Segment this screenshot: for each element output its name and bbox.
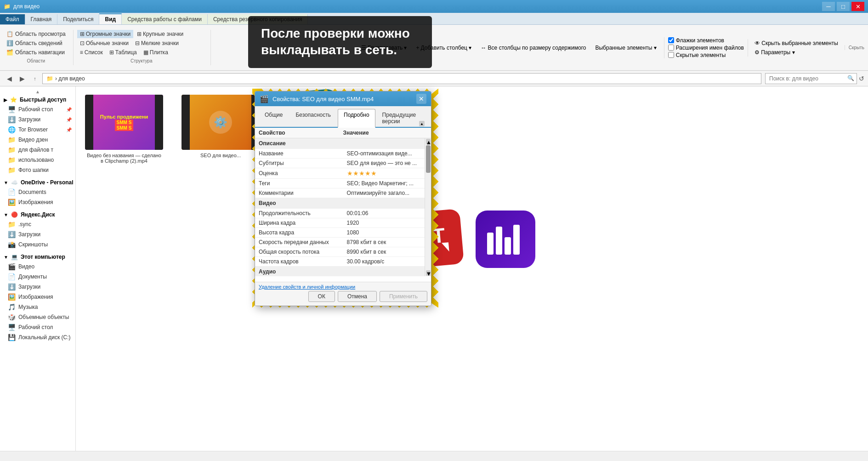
btn-params[interactable]: ⚙ Параметры ▾: [752, 48, 841, 57]
dialog-close-btn[interactable]: ✕: [416, 94, 426, 104]
file-thumbnail-0: Пульс продвижени SMM S SMM S: [85, 95, 163, 150]
sidebar-yandex-header[interactable]: ▼ 🔴 Яндекс.Диск: [0, 210, 75, 219]
sidebar-item-images[interactable]: 🖼️ Изображения: [0, 197, 75, 207]
btn-fit-columns[interactable]: ↔ Все столбцы по размеру содержимого: [477, 43, 590, 53]
scroll-down-btn-dialog[interactable]: ▼: [426, 270, 431, 276]
sidebar-item-for-files[interactable]: 📁 для файлов т: [0, 145, 75, 155]
cancel-btn[interactable]: Отмена: [338, 291, 377, 302]
btn-list[interactable]: ≡Список: [77, 48, 106, 57]
status-bar: [0, 451, 868, 461]
sync-icon: 📁: [7, 221, 16, 228]
btn-hide-selected[interactable]: 👁 Скрыть выбранные элементы: [752, 39, 841, 47]
sidebar-item-screenshots[interactable]: 📸 Скриншоты: [0, 239, 75, 250]
sidebar-item-tor-browser[interactable]: 🌐 Tor Browser 📌: [0, 125, 75, 135]
btn-preview-area[interactable]: 📋Область просмотра: [4, 30, 68, 38]
folder-icon-4: 📁: [7, 166, 16, 174]
sidebar-item-downloads[interactable]: ⬇️ Загрузки 📌: [0, 114, 75, 125]
col-property: Свойство: [259, 130, 343, 136]
sidebar-item-desktop2[interactable]: 🖥️ Рабочий стол: [0, 322, 75, 332]
btn-nav-area[interactable]: 🗂️Область навигации: [4, 48, 68, 57]
file-item-1[interactable]: ⚙️ SEO для видео...: [177, 91, 264, 273]
sidebar-thispc-header[interactable]: ▼ 💻 Этот компьютер: [0, 252, 75, 262]
pin-icon-0: 📌: [66, 107, 72, 112]
sidebar-item-documents[interactable]: 📄 Documents: [0, 187, 75, 197]
pin-icon-1: 📌: [66, 117, 72, 122]
row-subtitles: Субтитры SEO для видео — это не ...: [255, 159, 431, 168]
desktop2-icon: 🖥️: [7, 324, 16, 331]
sidebar-quick-access-header[interactable]: ▶ ⭐ Быстрый доступ: [0, 95, 75, 104]
scroll-thumb[interactable]: [426, 145, 431, 173]
dialog-footer: Удаление свойств и личной информации ОК …: [255, 282, 431, 306]
tab-share[interactable]: Поделиться: [57, 14, 99, 24]
cb-hidden[interactable]: Скрытые элементы: [668, 52, 744, 58]
nav-forward-btn[interactable]: ▶: [17, 73, 28, 84]
img2-icon: 🖼️: [7, 293, 16, 301]
sidebar-onedrive-header[interactable]: ▼ ☁️ OneDrive - Personal: [0, 178, 75, 187]
sidebar-item-dl2[interactable]: ⬇️ Загрузки: [0, 282, 75, 292]
sidebar-item-3d[interactable]: 🎲 Объемные объекты: [0, 312, 75, 322]
video-icon-1: ⚙️: [182, 95, 260, 150]
ribbon-group-areas-label: Области: [4, 58, 68, 63]
sidebar-item-docs2[interactable]: 📄 Документы: [0, 272, 75, 282]
apply-btn[interactable]: Применить: [380, 291, 427, 302]
sidebar-item-music[interactable]: 🎵 Музыка: [0, 302, 75, 312]
tab-view[interactable]: Вид: [99, 13, 122, 24]
file-name-0: Видео без названия — сделано в Clipchamp…: [85, 153, 163, 164]
btn-details-area[interactable]: ℹ️Область сведений: [4, 39, 68, 47]
sidebar-item-desktop[interactable]: 🖥️ Рабочий стол 📌: [0, 104, 75, 114]
cb-flags[interactable]: Флажки элементов: [668, 37, 744, 44]
close-btn[interactable]: ✕: [851, 2, 864, 11]
tab-manage[interactable]: Средства работы с файлами: [122, 14, 208, 24]
docs-icon: 📄: [7, 188, 16, 196]
btn-current-view[interactable]: Выбранные элементы ▾: [591, 43, 660, 53]
remove-properties-link[interactable]: Удаление свойств и личной информации: [259, 284, 427, 290]
sidebar-item-yandex-downloads[interactable]: ⬇️ Загрузки: [0, 229, 75, 239]
sidebar-item-sync[interactable]: 📁 .sync: [0, 219, 75, 229]
folder-icon-3: 📁: [7, 156, 16, 164]
address-bar[interactable]: 📁 › для видео: [42, 73, 761, 84]
btn-large-icons[interactable]: ⊞Крупные значки: [134, 30, 186, 38]
btn-tile[interactable]: ▦Плитка: [141, 48, 171, 57]
sidebar-item-video[interactable]: 🎬 Видео: [0, 262, 75, 272]
file-area: Пульс продвижени SMM S SMM S Видео без н…: [76, 86, 868, 461]
scroll-up-arrow[interactable]: ▲: [419, 121, 425, 126]
dialog-tab-details[interactable]: Подробно: [338, 109, 375, 128]
row-rating: Оценка ★★★★★: [255, 168, 431, 179]
sidebar-item-photo-headers[interactable]: 📁 Фото шапки: [0, 165, 75, 175]
tab-file[interactable]: Файл: [0, 14, 25, 24]
scroll-up-btn[interactable]: ▲: [0, 88, 75, 95]
maximize-btn[interactable]: □: [837, 2, 850, 11]
scroll-up-btn-dialog[interactable]: ▲: [426, 139, 431, 144]
ribbon-tabs: Файл Главная Поделиться Вид Средства раб…: [0, 13, 868, 25]
dialog-content: Описание Название SEO-оптимизация виде..…: [255, 138, 431, 276]
btn-small-icons[interactable]: ⊟Мелкие значки: [132, 39, 182, 47]
sidebar-item-video-zen[interactable]: 📁 Видео дзен: [0, 135, 75, 145]
title-bar: 📁 для видео ─ □ ✕: [0, 0, 868, 13]
folder-icon-2: 📁: [7, 146, 16, 154]
dialog-tab-security[interactable]: Безопасность: [289, 109, 337, 127]
refresh-btn[interactable]: ↺: [859, 75, 864, 82]
sidebar-item-local-disk[interactable]: 💾 Локальный диск (C:): [0, 332, 75, 342]
nav-back-btn[interactable]: ◀: [4, 73, 15, 84]
btn-table[interactable]: ⊞Таблица: [107, 48, 140, 57]
minimize-btn[interactable]: ─: [822, 2, 835, 11]
ribbon-group-structure-label: Структура: [77, 58, 206, 63]
sidebar-item-used[interactable]: 📁 использовано: [0, 155, 75, 165]
cb-extensions[interactable]: Расширения имен файлов: [668, 45, 744, 51]
dialog-tab-general[interactable]: Общие: [259, 109, 289, 127]
props-table-header: Свойство Значение ▲: [255, 128, 431, 138]
tab-home[interactable]: Главная: [25, 14, 58, 24]
ok-btn[interactable]: ОК: [308, 291, 335, 302]
svg-rect-25: [496, 227, 502, 255]
row-height: Высота кадра 1080: [255, 228, 431, 238]
dialog-scrollbar[interactable]: ▲ ▼: [425, 138, 431, 276]
properties-dialog: 🎬 Свойства: SEO для видео SMM.mp4 ✕ Общи…: [255, 91, 431, 306]
search-input[interactable]: [765, 73, 857, 84]
file-item-0[interactable]: Пульс продвижени SMM S SMM S Видео без н…: [80, 91, 168, 273]
sidebar-item-img2[interactable]: 🖼️ Изображения: [0, 292, 75, 302]
btn-normal-icons[interactable]: ⊡Обычные значки: [77, 39, 131, 47]
nav-up-btn[interactable]: ↑: [29, 73, 40, 84]
folder-icon-1: 📁: [7, 136, 16, 143]
window-icon: 📁: [4, 3, 11, 10]
btn-huge-icons[interactable]: ⊞Огромные значки: [77, 30, 133, 38]
